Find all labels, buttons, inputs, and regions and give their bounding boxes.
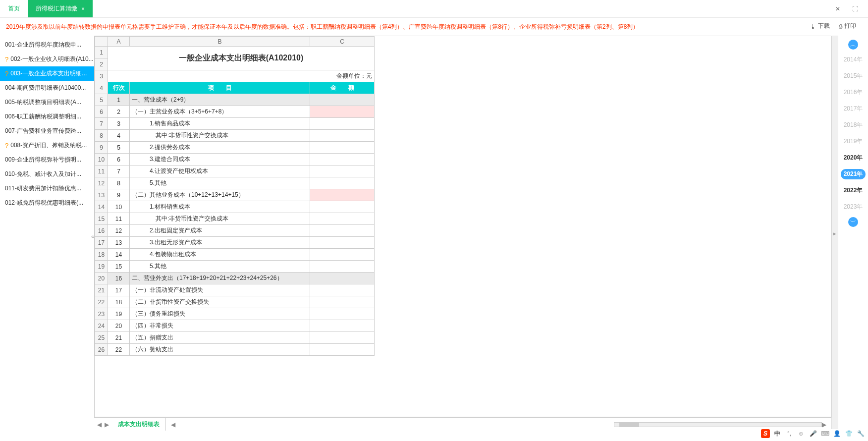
cell[interactable]: 15: [108, 261, 130, 273]
ime-keyboard-icon[interactable]: ⌨: [820, 429, 829, 431]
cell[interactable]: [310, 273, 375, 284]
sidebar-item[interactable]: 005-纳税调整项目明细表(A...: [0, 95, 94, 110]
sidebar-item[interactable]: ?002-一般企业收入明细表(A10...: [0, 52, 94, 66]
ime-skin-icon[interactable]: 👕: [844, 429, 853, 431]
right-panel-expand[interactable]: ▸: [831, 36, 838, 431]
sidebar-item[interactable]: 012-减免所得税优惠明细表(...: [0, 196, 94, 210]
row-header[interactable]: 17: [95, 237, 108, 249]
row-header[interactable]: 25: [95, 332, 108, 344]
cell[interactable]: 6: [108, 154, 130, 165]
year-item[interactable]: 2021年: [841, 169, 866, 179]
cell[interactable]: 其中:非货币性资产交换成本: [130, 130, 310, 142]
year-item[interactable]: 2016年: [841, 87, 866, 98]
cell[interactable]: 16: [108, 273, 130, 284]
cell[interactable]: 19: [108, 308, 130, 320]
year-scroll-up-icon[interactable]: ︿: [848, 40, 858, 50]
cell[interactable]: [310, 308, 375, 320]
cell[interactable]: [310, 344, 375, 356]
cell[interactable]: 9: [108, 189, 130, 201]
row-header[interactable]: 19: [95, 261, 108, 273]
year-item[interactable]: 2018年: [841, 120, 866, 130]
cell[interactable]: [310, 320, 375, 332]
cell[interactable]: [310, 165, 375, 177]
cell[interactable]: [310, 201, 375, 213]
cell[interactable]: [310, 118, 375, 130]
sheet-tab-cost-detail[interactable]: 成本支出明细表: [112, 418, 166, 431]
year-item[interactable]: 2019年: [841, 136, 866, 147]
ime-user-icon[interactable]: 👤: [832, 429, 841, 431]
cell[interactable]: 22: [108, 344, 130, 356]
cell[interactable]: 项 目: [130, 82, 310, 94]
row-header[interactable]: 10: [95, 154, 108, 165]
cell[interactable]: （四）非常损失: [130, 320, 310, 332]
cell[interactable]: [310, 296, 375, 308]
cell[interactable]: [310, 332, 375, 344]
cell[interactable]: [310, 237, 375, 249]
cell[interactable]: 1: [108, 94, 130, 106]
cell[interactable]: [310, 249, 375, 261]
column-header[interactable]: B: [130, 37, 310, 47]
sheet-scroll-area[interactable]: ABC1一般企业成本支出明细表(A102010)23金额单位：元4行次项 目金 …: [94, 36, 831, 417]
cell[interactable]: [310, 284, 375, 296]
row-header[interactable]: 12: [95, 177, 108, 189]
row-header[interactable]: 16: [95, 225, 108, 237]
row-header[interactable]: 18: [95, 249, 108, 261]
row-header[interactable]: 24: [95, 320, 108, 332]
row-header[interactable]: 5: [95, 94, 108, 106]
ime-language-icon[interactable]: 中: [773, 429, 782, 431]
row-header[interactable]: 22: [95, 296, 108, 308]
row-header[interactable]: 13: [95, 189, 108, 201]
row-header[interactable]: 14: [95, 201, 108, 213]
cell[interactable]: 4.让渡资产使用权成本: [130, 165, 310, 177]
download-button[interactable]: ⭳ 下载: [810, 22, 830, 30]
cell[interactable]: 13: [108, 237, 130, 249]
cell[interactable]: 2: [108, 106, 130, 118]
cell[interactable]: 金额单位：元: [108, 70, 375, 82]
sidebar-item[interactable]: ?008-资产折旧、摊销及纳税...: [0, 138, 94, 153]
sogou-icon[interactable]: S: [761, 429, 770, 431]
sidebar-item[interactable]: 001-企业所得税年度纳税申...: [0, 38, 94, 52]
cell[interactable]: 3.出租无形资产成本: [130, 237, 310, 249]
sidebar-item[interactable]: 006-职工薪酬纳税调整明细...: [0, 110, 94, 124]
cell[interactable]: [310, 106, 375, 118]
cell[interactable]: 21: [108, 332, 130, 344]
horizontal-scrollbar[interactable]: ◀ ▶: [166, 421, 831, 428]
cell[interactable]: 一、营业成本（2+9）: [130, 94, 310, 106]
sidebar-item[interactable]: 007-广告费和业务宣传费跨...: [0, 124, 94, 138]
cell[interactable]: [310, 94, 375, 106]
cell[interactable]: [310, 154, 375, 165]
cell[interactable]: 14: [108, 249, 130, 261]
cell[interactable]: [310, 130, 375, 142]
cell[interactable]: [310, 189, 375, 201]
cell[interactable]: 4.包装物出租成本: [130, 249, 310, 261]
cell[interactable]: 8: [108, 177, 130, 189]
year-scroll-down-icon[interactable]: ﹀: [848, 217, 858, 227]
cell[interactable]: 3.建造合同成本: [130, 154, 310, 165]
row-header[interactable]: 6: [95, 106, 108, 118]
cell[interactable]: （六）赞助支出: [130, 344, 310, 356]
row-header[interactable]: 9: [95, 142, 108, 154]
cell[interactable]: 5.其他: [130, 261, 310, 273]
print-button[interactable]: ⎙ 打印: [839, 22, 856, 30]
sheet-next-icon[interactable]: ▶: [105, 421, 109, 428]
cell[interactable]: （五）捐赠支出: [130, 332, 310, 344]
tab-home[interactable]: 首页: [0, 0, 28, 17]
row-header[interactable]: 8: [95, 130, 108, 142]
cell[interactable]: 7: [108, 165, 130, 177]
cell[interactable]: （一）非流动资产处置损失: [130, 284, 310, 296]
row-header[interactable]: 1: [95, 47, 108, 58]
cell[interactable]: 行次: [108, 82, 130, 94]
ime-emoji-icon[interactable]: ☺: [797, 429, 806, 431]
year-item[interactable]: 2023年: [841, 202, 866, 212]
sheet-title[interactable]: 一般企业成本支出明细表(A102010): [108, 47, 375, 70]
cell[interactable]: 其中:非货币性资产交换成本: [130, 213, 310, 225]
row-header[interactable]: 21: [95, 284, 108, 296]
close-icon[interactable]: ×: [81, 5, 85, 12]
ime-punct-icon[interactable]: °,: [785, 429, 794, 431]
cell[interactable]: 3: [108, 118, 130, 130]
cell[interactable]: 12: [108, 225, 130, 237]
column-header[interactable]: C: [310, 37, 375, 47]
row-header[interactable]: 15: [95, 213, 108, 225]
sidebar-item[interactable]: 004-期间费用明细表(A10400...: [0, 81, 94, 95]
row-header[interactable]: 3: [95, 70, 108, 82]
